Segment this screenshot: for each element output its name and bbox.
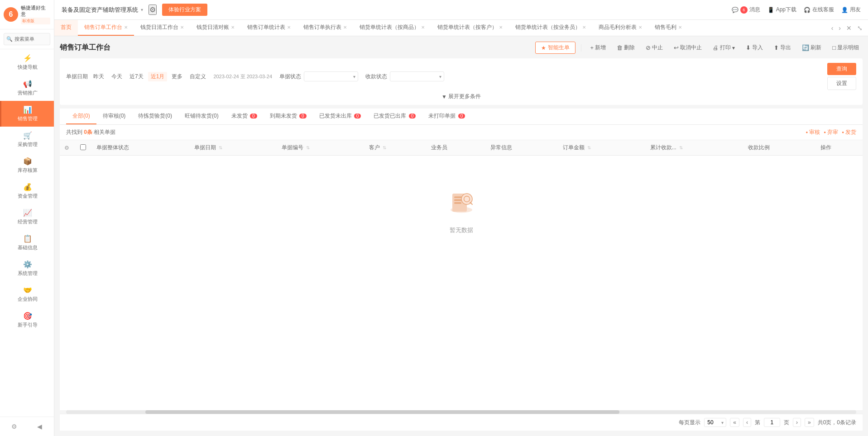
tab-home[interactable]: 首页	[54, 20, 78, 36]
topbar-settings-button[interactable]: ⚙	[149, 5, 157, 15]
payment-select[interactable]	[390, 71, 444, 81]
tab-sales-exec[interactable]: 销售订单执行表 ✕	[297, 20, 353, 36]
sidebar-search-area[interactable]: 🔍 搜索菜单	[0, 29, 54, 49]
last7-btn[interactable]: 近7天	[127, 72, 146, 81]
cancel-stop-button[interactable]: ↩ 取消中止	[670, 42, 705, 53]
stop-button[interactable]: ⊘ 中止	[642, 42, 667, 53]
yesterday-btn[interactable]: 昨天	[91, 72, 107, 81]
sidebar-collapse-button[interactable]: ◀	[29, 421, 51, 432]
sub-tab-not-shipped[interactable]: 未发货 0	[225, 109, 264, 124]
sub-tab-pending-inspect[interactable]: 待拣货验货(0)	[132, 109, 178, 124]
experience-btn[interactable]: 体验行业方案	[162, 4, 207, 16]
tab-cash-reconcile[interactable]: 钱货日清对账 ✕	[190, 20, 241, 36]
delete-button[interactable]: 🗑 删除	[613, 42, 638, 53]
user-item[interactable]: 👤 用友	[841, 6, 861, 14]
sidebar-item-collab[interactable]: 🤝 企业协同	[0, 281, 54, 307]
tab-sales-customer[interactable]: 销货单统计表（按客户） ✕	[431, 20, 509, 36]
ship-action-btn[interactable]: 发货	[842, 128, 856, 136]
tab-close-cash-reconcile[interactable]: ✕	[231, 25, 235, 30]
add-button[interactable]: + 新增	[587, 42, 610, 53]
tab-close-sales-workbench[interactable]: ✕	[124, 25, 128, 30]
query-button[interactable]: 查询	[827, 63, 856, 75]
print-button[interactable]: 🖨 打印 ▾	[709, 42, 739, 53]
page-size-select[interactable]: 50 20 100	[704, 418, 726, 427]
export-button[interactable]: ⬆ 导出	[770, 42, 795, 53]
cancel-review-action-btn[interactable]: 弃审	[824, 128, 838, 136]
tab-close-current[interactable]: ✕	[844, 24, 854, 33]
amount-sort-icon[interactable]: ⇅	[587, 145, 591, 150]
tab-nav-prev[interactable]: ‹	[830, 24, 835, 33]
tab-nav-next[interactable]: ›	[837, 24, 843, 33]
sub-tab-pending-review[interactable]: 待审核(0)	[96, 109, 132, 124]
horizontal-scrollbar[interactable]	[60, 410, 863, 414]
sidebar-item-quick-nav[interactable]: ⚡ 快捷导航	[0, 49, 54, 75]
tab-close-sales-product[interactable]: ✕	[421, 25, 425, 30]
sidebar-item-finance[interactable]: 💰 资金管理	[0, 178, 54, 204]
tab-close-daily-cash[interactable]: ✕	[180, 25, 184, 30]
tab-close-sales-stats[interactable]: ✕	[287, 25, 291, 30]
review-action-btn[interactable]: 审核	[806, 128, 820, 136]
sub-tab-pending-review-label: 待审核(0)	[103, 113, 126, 119]
sidebar-item-purchase[interactable]: 🛒 采购管理	[0, 127, 54, 152]
tab-sales-profit[interactable]: 销售毛利 ✕	[648, 20, 688, 36]
message-item[interactable]: 💬 6 消息	[732, 6, 760, 14]
sidebar-item-basic[interactable]: 📋 基础信息	[0, 230, 54, 256]
col-settings[interactable]: ⚙	[60, 140, 74, 156]
sub-tab-expired[interactable]: 到期未发货 0	[264, 109, 313, 124]
sub-tab-all[interactable]: 全部(0)	[66, 109, 96, 124]
sidebar-item-system[interactable]: ⚙️ 系统管理	[0, 256, 54, 281]
page-number-input[interactable]	[764, 418, 780, 427]
tab-sales-workbench[interactable]: 销售订单工作台 ✕	[78, 20, 134, 36]
expand-conditions-button[interactable]: ▼ 展开更多条件	[441, 93, 481, 100]
first-page-btn[interactable]: «	[730, 418, 739, 427]
tab-sales-stats[interactable]: 销售订单统计表 ✕	[241, 20, 297, 36]
title-dropdown-arrow[interactable]: ▾	[141, 7, 143, 12]
last-page-btn[interactable]: »	[805, 418, 814, 427]
tab-close-margin[interactable]: ✕	[638, 25, 642, 30]
print-dropdown-icon[interactable]: ▾	[732, 45, 735, 51]
scrollbar-thumb[interactable]	[145, 410, 619, 414]
sub-tab-shipped-out[interactable]: 已发货已出库 0	[367, 109, 422, 124]
sub-tab-not-printed[interactable]: 未打印单据 0	[422, 109, 471, 124]
date-sort-icon[interactable]: ⇅	[219, 145, 222, 150]
today-btn[interactable]: 今天	[109, 72, 125, 81]
customer-sort-icon[interactable]: ⇅	[383, 145, 386, 150]
show-detail-button[interactable]: □ 显示明细	[829, 42, 863, 53]
prev-page-btn[interactable]: ‹	[743, 418, 751, 427]
tab-close-sales-customer[interactable]: ✕	[499, 25, 503, 30]
tab-close-sales-exec[interactable]: ✕	[343, 25, 347, 30]
number-sort-icon[interactable]: ⇅	[306, 145, 310, 150]
sidebar-settings-button[interactable]: ⚙	[4, 421, 25, 432]
sidebar-item-marketing[interactable]: 📢 营销推广	[0, 75, 54, 101]
tab-margin[interactable]: 商品毛利分析表 ✕	[592, 20, 648, 36]
search-menu-button[interactable]: 🔍 搜索菜单	[4, 33, 50, 45]
tab-sales-product[interactable]: 销货单统计表（按商品） ✕	[353, 20, 431, 36]
tab-daily-cash[interactable]: 钱货日清工作台 ✕	[134, 20, 190, 36]
status-select[interactable]	[304, 71, 358, 81]
collected-sort-icon[interactable]: ⇅	[679, 145, 683, 150]
select-all-checkbox[interactable]	[80, 144, 86, 150]
more-btn[interactable]: 更多	[169, 72, 185, 81]
filter-actions: 查询 设置	[827, 63, 856, 90]
custom-btn[interactable]: 自定义	[187, 72, 209, 81]
next-page-btn[interactable]: ›	[793, 418, 801, 427]
last1m-btn[interactable]: 近1月	[148, 72, 168, 81]
settings-button[interactable]: 设置	[827, 77, 856, 90]
sub-tab-shipped-not-out[interactable]: 已发货未出库 0	[313, 109, 368, 124]
sidebar-item-guide[interactable]: 🎯 新手引导	[0, 307, 54, 333]
sub-tab-wangpu[interactable]: 旺铺待发货(0)	[178, 109, 225, 124]
app-download-item[interactable]: 📱 App下载	[767, 6, 796, 14]
empty-icon	[443, 183, 480, 219]
empty-state: 暂无数据	[60, 156, 863, 261]
online-service-item[interactable]: 🎧 在线客服	[804, 6, 834, 14]
import-button[interactable]: ⬇ 导入	[742, 42, 767, 53]
tab-sales-staff[interactable]: 销货单统计表（按业务员） ✕	[509, 20, 592, 36]
refresh-button[interactable]: 🔄 刷新	[798, 42, 825, 53]
sidebar-item-operations[interactable]: 📈 经营管理	[0, 204, 54, 230]
tab-close-sales-profit[interactable]: ✕	[678, 25, 682, 30]
sidebar-item-sales[interactable]: 📊 销售管理	[0, 101, 54, 127]
sidebar-item-inventory[interactable]: 📦 库存核算	[0, 152, 54, 178]
tab-maximize[interactable]: ⤡	[855, 24, 864, 33]
tab-close-sales-staff[interactable]: ✕	[582, 25, 586, 30]
smart-create-button[interactable]: ★ 智能生单	[535, 42, 575, 54]
